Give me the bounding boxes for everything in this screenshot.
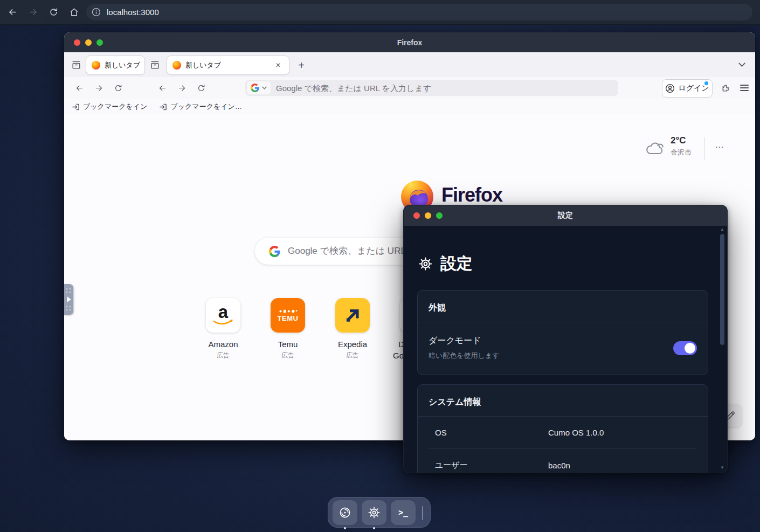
tab-strip: 新しいタブ 新しいタブ ✕ +: [64, 52, 755, 78]
dock-divider: [422, 506, 423, 520]
home-button[interactable]: [66, 4, 82, 20]
temu-text: TEMU: [278, 314, 299, 322]
weather-temp: 2°C: [671, 135, 692, 146]
weather-widget[interactable]: 2°C 金沢市 …: [645, 135, 725, 160]
gear-icon: [368, 506, 381, 519]
desktop: localhost:3000 Firefox 新しいタブ: [0, 0, 760, 532]
search-engine-chip[interactable]: [247, 81, 271, 94]
system-row-user: ユーザー bac0n: [418, 449, 708, 473]
dock: >_: [328, 497, 431, 528]
tile-badge: 広告: [262, 351, 314, 360]
gear-icon: [418, 257, 433, 271]
hamburger-icon: [740, 85, 749, 91]
window-title: Firefox: [64, 38, 755, 47]
ff-back-button[interactable]: [72, 80, 87, 95]
nav-toolbar: ログイン: [64, 77, 755, 99]
browser-chrome: localhost:3000: [0, 0, 760, 25]
reload-button[interactable]: [45, 4, 61, 20]
cloud-icon: [645, 141, 665, 156]
urlbar-input[interactable]: [271, 84, 618, 93]
tab-close-icon[interactable]: ✕: [273, 60, 284, 71]
extensions-button[interactable]: [718, 80, 733, 95]
bookmark-item[interactable]: ブックマークをイン…: [159, 102, 241, 112]
tab-label: 新しいタブ: [185, 60, 221, 70]
system-info-card: システム情報 OS Cumo OS 1.0.0 ユーザー bac0n: [417, 384, 708, 473]
back-button[interactable]: [4, 4, 20, 20]
tile-label: Expedia: [327, 340, 378, 349]
new-tab-button[interactable]: +: [294, 58, 309, 73]
ff-forward-button-2[interactable]: [174, 80, 189, 95]
running-indicator: [344, 527, 346, 529]
page-info-icon[interactable]: [88, 5, 103, 20]
firefox-view-icon[interactable]: [148, 58, 161, 71]
weather-more-button[interactable]: …: [715, 140, 725, 150]
ff-reload-button-2[interactable]: [194, 80, 209, 95]
ff-back-button-2[interactable]: [155, 80, 170, 95]
tab-overflow-chevron-icon[interactable]: [736, 59, 748, 70]
running-indicator: [373, 527, 375, 529]
ff-reload-button[interactable]: [110, 80, 126, 95]
browser-icon: [338, 506, 351, 519]
bookmark-item[interactable]: ブックマークをイン: [72, 102, 147, 112]
dark-mode-description: 暗い配色を使用します: [429, 351, 500, 361]
shortcut-amazon[interactable]: a Amazon 広告: [197, 298, 249, 360]
toggle-knob: [685, 343, 695, 354]
window-title: 設定: [404, 211, 727, 220]
tab-label: 新しいタブ: [105, 60, 140, 70]
account-icon: [665, 84, 675, 93]
temu-icon: TEMU: [271, 298, 305, 333]
bookmarks-bar: ブックマークをイン ブックマークをイン…: [64, 99, 755, 115]
tile-label: Amazon: [197, 340, 249, 349]
terminal-dock-button[interactable]: >_: [391, 500, 416, 525]
dock-item-settings: [362, 500, 386, 525]
firefox-view-icon[interactable]: [70, 58, 82, 71]
shortcut-expedia[interactable]: Expedia 広告: [327, 298, 378, 360]
google-icon: [269, 246, 280, 257]
settings-dock-button[interactable]: [362, 500, 386, 525]
menu-button[interactable]: [737, 80, 752, 95]
tile-label: Temu: [262, 340, 314, 349]
settings-titlebar[interactable]: 設定: [404, 205, 727, 226]
dock-item-browser: [333, 500, 357, 525]
sidebar-handle-icon: [64, 284, 73, 315]
appearance-card: 外観 ダークモード 暗い配色を使用します: [417, 290, 708, 375]
chevron-down-icon: [262, 86, 267, 89]
os-value: Cumo OS 1.0.0: [548, 428, 604, 437]
puzzle-icon: [721, 84, 730, 93]
scrollbar-thumb[interactable]: [720, 234, 724, 345]
dark-mode-toggle[interactable]: [673, 341, 697, 355]
scrollbar[interactable]: ▲ ▼: [718, 227, 726, 471]
login-button[interactable]: ログイン: [662, 79, 713, 98]
firefox-titlebar[interactable]: Firefox: [64, 32, 755, 52]
shortcut-temu[interactable]: TEMU Temu 広告: [262, 298, 314, 360]
divider: [704, 137, 705, 160]
appearance-section-title: 外観: [418, 291, 708, 322]
user-label: ユーザー: [435, 460, 548, 471]
google-icon: [251, 84, 259, 92]
weather-city: 金沢市: [671, 148, 692, 157]
expedia-icon: [335, 298, 370, 333]
tab-2-active[interactable]: 新しいタブ ✕: [167, 56, 289, 75]
tab-1[interactable]: 新しいタブ: [86, 56, 145, 75]
ff-urlbar[interactable]: [245, 80, 618, 96]
scroll-up-icon[interactable]: ▲: [718, 227, 726, 232]
import-icon: [159, 103, 167, 111]
user-value: bac0n: [548, 461, 570, 470]
expedia-arrow-icon: [342, 305, 363, 326]
os-label: OS: [435, 428, 548, 437]
system-row-os: OS Cumo OS 1.0.0: [418, 417, 708, 448]
sidebar-handle[interactable]: [64, 284, 73, 315]
browser-dock-button[interactable]: [333, 500, 357, 525]
address-bar[interactable]: localhost:3000: [86, 4, 752, 20]
terminal-icon: >_: [398, 508, 408, 517]
notification-dot: [704, 81, 708, 85]
firefox-favicon: [172, 61, 181, 70]
tile-badge: 広告: [327, 351, 378, 360]
amazon-icon: a: [206, 298, 240, 333]
dock-item-terminal: >_: [391, 500, 416, 525]
ff-forward-button[interactable]: [91, 80, 106, 95]
settings-title: 設定: [440, 253, 473, 275]
login-label: ログイン: [678, 84, 709, 93]
scroll-down-icon[interactable]: ▼: [718, 465, 726, 471]
forward-button[interactable]: [25, 4, 41, 20]
